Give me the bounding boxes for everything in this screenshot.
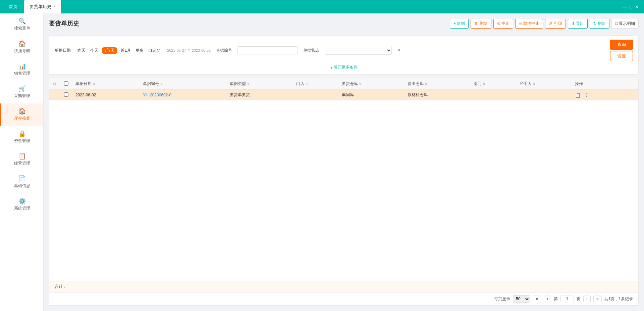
tab-bar: 首页 要货单历史 × [3,0,61,13]
sort-doc-type-icon[interactable]: ⇅ [247,82,250,86]
col-req-warehouse: 要货仓库⇅ [338,78,404,90]
sort-req-wh-icon[interactable]: ⇅ [359,82,362,86]
first-page-button[interactable]: « [533,296,541,302]
sort-handler-icon[interactable]: ⇅ [533,82,535,86]
per-page-label: 每页显示 [494,296,510,302]
doc-no-link-0[interactable]: YH-20230602-0 [143,93,171,97]
sidebar-item-purchase[interactable]: 🛒 采购管理 [0,81,43,103]
summary-label: 合计： [55,284,67,290]
maximize-icon[interactable]: □ [630,4,632,9]
date-opt-1month[interactable]: 近1月 [119,47,132,54]
search-menu-icon: 🔍 [18,18,26,24]
tab-active[interactable]: 要货单历史 × [24,0,61,13]
date-opt-yesterday[interactable]: 昨天 [76,47,87,54]
expand-label: 展开更多条件 [333,64,358,70]
cell-checkbox[interactable] [60,90,72,100]
date-range-display: 2023-05-27 至 2023-06-02 [167,48,211,53]
select-all-checkbox[interactable] [64,81,68,86]
op-view-icon-0[interactable]: 📋 [575,92,581,98]
sort-doc-no-icon[interactable]: ⇅ [160,82,163,86]
data-table: ⚙ 单据日期⇅ 单据编号⇅ 单据类型⇅ 门店⇅ 要货仓库⇅ 待出仓库⇅ 部门⇅ … [49,78,638,100]
col-checkbox[interactable] [60,78,72,90]
refresh-button[interactable]: ↻ 刷新 [590,19,609,29]
sidebar-label-purchase: 采购管理 [14,93,30,99]
status-select[interactable] [325,46,392,55]
cell-doc-type: 要货单要货 [226,90,293,100]
col-settings[interactable]: ⚙ [49,78,60,90]
stop-button[interactable]: ⊘ 中止 [493,19,513,29]
col-doc-no-label: 单据编号 [143,81,159,86]
sidebar-item-sales[interactable]: 📊 销售管理 [0,58,43,81]
date-opt-custom[interactable]: 自定义 [147,47,162,54]
setting-button[interactable]: 设置 [610,51,633,61]
sidebar-item-inventory[interactable]: 🏠 库存核算 [0,103,43,126]
sort-date-icon[interactable]: ⇅ [93,82,95,86]
cell-date: 2023-06-02 [72,90,140,100]
sidebar: 🔍 搜索菜单 🏠 快捷导航 📊 销售管理 🛒 采购管理 🏠 库存核算 🔒 资金管… [0,13,44,311]
prev-page-button[interactable]: ‹ [544,296,551,302]
sort-store-icon[interactable]: ⇅ [305,82,308,86]
status-label: 单据状态 [303,48,319,53]
col-req-warehouse-label: 要货仓库 [342,81,358,86]
op-more-icon-0[interactable]: ⋮⋮ [584,92,593,98]
col-store: 门店⇅ [293,78,338,90]
date-filter-label: 单据日期 [55,48,71,53]
tab-close-icon[interactable]: × [53,4,56,9]
date-opt-today[interactable]: 今天 [89,47,100,54]
minimize-icon[interactable]: — [623,4,627,9]
expand-filter-button[interactable]: ▾ 展开更多条件 [330,64,358,70]
date-opt-7days[interactable]: 近7天 [102,47,117,54]
last-page-button[interactable]: » [593,296,602,302]
sidebar-label-quick-nav: 快捷导航 [14,48,30,54]
status-dropdown-icon: ▼ [397,48,401,53]
page-label-first: 第 [554,296,558,302]
export-button[interactable]: ⬇ 导出 [568,19,588,29]
col-pending-warehouse: 待出仓库⇅ [404,78,471,90]
tab-active-label: 要货单历史 [30,4,51,10]
system-icon: ⚙️ [18,198,26,204]
table-row: 2023-06-02 YH-20230602-0 要货单要货 车间库 原材料仓库… [49,90,638,100]
sidebar-item-base-info[interactable]: 📄 基础信息 [0,171,43,193]
per-page-select[interactable]: 50 20 100 [513,295,530,303]
cancel-stop-button[interactable]: ⊙ 取消中止 [515,19,543,29]
sidebar-item-search-menu[interactable]: 🔍 搜索菜单 [0,13,43,36]
inventory-icon: 🏠 [18,108,26,114]
date-opt-more[interactable]: 更多 [134,47,145,54]
sidebar-label-finance: 资金管理 [14,138,30,144]
sidebar-item-finance[interactable]: 🔒 资金管理 [0,126,43,148]
next-page-button[interactable]: › [583,296,591,302]
print-button[interactable]: 🖨 打印 [545,19,566,29]
sidebar-item-operation[interactable]: 📋 经营管理 [0,148,43,171]
filter-area: 单据日期 昨天 今天 近7天 近1月 更多 自定义 2023-05-27 至 2… [49,35,639,75]
expand-icon: ▾ [330,65,332,70]
date-options: 昨天 今天 近7天 近1月 更多 自定义 [76,47,162,54]
table-container: ⚙ 单据日期⇅ 单据编号⇅ 单据类型⇅ 门店⇅ 要货仓库⇅ 待出仓库⇅ 部门⇅ … [49,78,639,306]
close-window-icon[interactable]: ✕ [635,4,639,9]
row-checkbox-0[interactable] [64,92,68,97]
cell-pending-warehouse: 原材料仓库 [404,90,471,100]
delete-button[interactable]: 🗑 删除 [471,19,491,29]
sort-pending-wh-icon[interactable]: ⇅ [425,82,427,86]
page-number-input[interactable] [560,296,574,302]
query-button[interactable]: 查询 [610,40,633,50]
sidebar-item-quick-nav[interactable]: 🏠 快捷导航 [0,36,43,58]
tab-home[interactable]: 首页 [3,0,23,13]
action-buttons: 查询 设置 [610,40,633,61]
col-doc-type: 单据类型⇅ [226,78,293,90]
display-detail-button[interactable]: □ 显示明细 [611,19,639,29]
cell-req-warehouse: 车间库 [338,90,404,100]
sidebar-label-system: 系统管理 [14,206,30,211]
new-button[interactable]: + 新增 [450,19,469,29]
top-bar: 首页 要货单历史 × — □ ✕ [0,0,644,13]
col-doc-no: 单据编号⇅ [140,78,226,90]
sort-dept-icon[interactable]: ⇅ [483,82,485,86]
main-layout: 🔍 搜索菜单 🏠 快捷导航 📊 销售管理 🛒 采购管理 🏠 库存核算 🔒 资金管… [0,13,644,311]
col-operation: 操作 [572,78,638,90]
sidebar-item-system[interactable]: ⚙️ 系统管理 [0,193,43,216]
finance-icon: 🔒 [18,131,26,137]
sidebar-label-sales: 销售管理 [14,71,30,76]
doc-no-input[interactable] [237,46,298,54]
page-title: 要货单历史 [49,19,79,28]
cell-doc-no: YH-20230602-0 [140,90,226,100]
content-area: 要货单历史 + 新增 🗑 删除 ⊘ 中止 ⊙ 取消中止 🖨 打印 ⬇ 导出 ↻ … [44,13,644,311]
